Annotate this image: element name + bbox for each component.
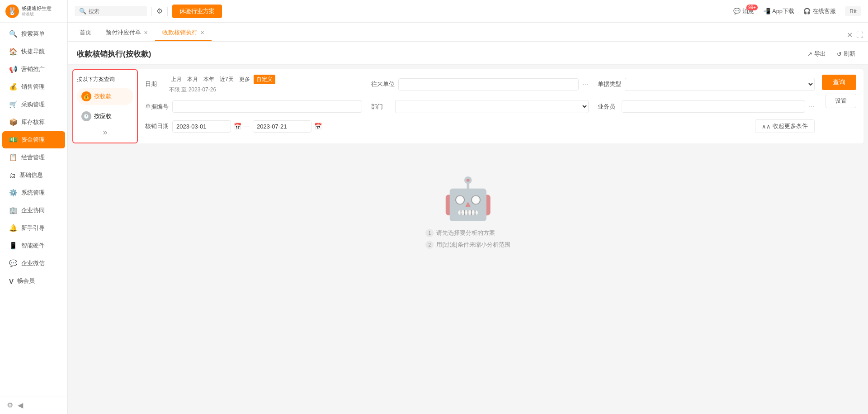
filter-sidebar-collapse-btn[interactable]: » (77, 128, 133, 137)
tab-collection[interactable]: 收款核销执行 ✕ (155, 25, 212, 41)
close-tab-icon[interactable]: ✕ (847, 31, 853, 39)
date-tab-this-year[interactable]: 本年 (202, 75, 216, 84)
tab-collection-label: 收款核销执行 (162, 29, 198, 37)
message-button[interactable]: 💬 消息 99+ (733, 7, 754, 15)
tab-prepay-label: 预付冲应付单 (106, 29, 141, 37)
sidebar-item-member[interactable]: V 畅会员 (2, 272, 65, 290)
filter-option-by-receivable[interactable]: 🕐 按应收 (77, 108, 133, 125)
filter-date-row: 日期 上月 本月 本年 近7天 更多 自定义 不限 至 2023-07-26 (145, 75, 362, 94)
sidebar-item-smart[interactable]: 📱 智能硬件 (2, 237, 65, 254)
sidebar-item-basic[interactable]: 🗂 基础信息 (2, 167, 65, 184)
sidebar-item-label: 库存核算 (21, 118, 45, 126)
verifydate-end-input[interactable] (253, 120, 311, 133)
sidebar-item-label: 资金管理 (21, 136, 45, 144)
sales-dots[interactable]: ··· (809, 103, 815, 111)
collapse-more-button[interactable]: ∧∧ 收起更多条件 (755, 119, 815, 133)
sidebar-menu: 🔍 搜索菜单 🏠 快捷导航 📢 营销推广 💰 销售管理 🛒 采购管理 📦 库存核… (0, 23, 67, 396)
dept-select[interactable] (395, 100, 588, 113)
tab-prepay[interactable]: 预付冲应付单 ✕ (99, 25, 155, 41)
verifydate-label: 核销日期 (145, 122, 169, 130)
sidebar-item-label: 采购管理 (21, 100, 45, 109)
counterparty-input[interactable] (398, 78, 579, 90)
counterparty-dots[interactable]: ··· (582, 80, 588, 88)
sidebar-item-label: 畅会员 (17, 277, 35, 285)
content-area: 收款核销执行(按收款) ↗ 导出 ↺ 刷新 按以下方案查询 💰 按收款 (68, 42, 868, 414)
sidebar-item-quick-nav[interactable]: 🏠 快捷导航 (2, 43, 65, 60)
hint-item-1: 1 请先选择要分析的方案 (425, 227, 510, 239)
system-icon: ⚙️ (9, 189, 18, 197)
calendar-end-icon[interactable]: 📅 (314, 123, 322, 130)
sidebar-item-system[interactable]: ⚙️ 系统管理 (2, 184, 65, 201)
topbar-gear-icon[interactable]: ⚙ (156, 7, 163, 15)
online-service-button[interactable]: 🎧 在线客服 (803, 7, 836, 15)
ops-icon: 📋 (9, 153, 18, 162)
verifydate-start-input[interactable] (172, 120, 231, 133)
sidebar-item-collab[interactable]: 🏢 企业协同 (2, 202, 65, 219)
logo-text-area: 畅捷通好生意 标准版 (22, 5, 52, 17)
date-tab-custom[interactable]: 自定义 (254, 75, 275, 84)
filter-verifydate-row: 核销日期 📅 — 📅 (145, 119, 362, 133)
refresh-button[interactable]: ↺ 刷新 (833, 48, 859, 60)
settings-icon[interactable]: ⚙ (7, 401, 13, 409)
calendar-start-icon[interactable]: 📅 (234, 123, 241, 130)
tab-prepay-close-icon[interactable]: ✕ (144, 30, 148, 36)
sidebar-item-label: 经营管理 (21, 153, 45, 162)
member-icon: V (9, 277, 14, 285)
date-tab-more[interactable]: 更多 (237, 75, 252, 84)
settings-button[interactable]: 设置 (826, 94, 856, 108)
query-column: 查询 设置 (822, 69, 863, 143)
search-bar[interactable]: 🔍 (75, 6, 147, 16)
purchase-icon: 🛒 (9, 100, 18, 109)
tab-home-label: 首页 (80, 29, 91, 37)
user-avatar[interactable]: Rit (845, 6, 861, 16)
app-download-button[interactable]: 📲 App下载 (763, 7, 794, 15)
sales-icon: 💰 (9, 83, 18, 91)
sidebar-item-sales[interactable]: 💰 销售管理 (2, 78, 65, 95)
sidebar-item-wechat[interactable]: 💬 企业微信 (2, 255, 65, 272)
search-input[interactable] (89, 8, 134, 14)
tabbar-actions: ✕ ⛶ (847, 31, 863, 41)
date-tab-last-month[interactable]: 上月 (169, 75, 184, 84)
collapse-sidebar-icon[interactable]: ◀ (18, 401, 23, 409)
export-button[interactable]: ↗ 导出 (804, 48, 830, 60)
search-icon: 🔍 (79, 8, 86, 14)
empty-hints: 1 请先选择要分析的方案 2 用[过滤]条件来缩小分析范围 (425, 227, 510, 251)
expand-tab-icon[interactable]: ⛶ (856, 31, 863, 39)
sidebar-item-purchase[interactable]: 🛒 采购管理 (2, 96, 65, 113)
logo-name: 畅捷通好生意 (22, 5, 52, 11)
tab-collection-close-icon[interactable]: ✕ (200, 30, 204, 36)
tab-home[interactable]: 首页 (72, 25, 99, 41)
date-tab-7days[interactable]: 近7天 (218, 75, 236, 84)
hint-num-1: 1 (425, 229, 434, 237)
sales-label: 业务员 (598, 103, 618, 111)
billno-input[interactable] (172, 100, 362, 113)
topbar-divider (151, 7, 152, 16)
topbar: 🔍 ⚙ 休验行业方案 💬 消息 99+ 📲 App下载 🎧 在线客服 Rit (68, 0, 868, 23)
sidebar-item-marketing[interactable]: 📢 营销推广 (2, 61, 65, 78)
sidebar-item-finance[interactable]: 💵 资金管理 (2, 131, 65, 148)
topbar-right: 💬 消息 99+ 📲 App下载 🎧 在线客服 Rit (733, 6, 861, 16)
page-title: 收款核销执行(按收款) (77, 49, 151, 59)
query-button[interactable]: 查询 (822, 75, 856, 90)
sidebar-item-search-menu[interactable]: 🔍 搜索菜单 (2, 25, 65, 43)
filter-option-by-receipt[interactable]: 💰 按收款 (77, 88, 133, 105)
guide-icon: 🔔 (9, 224, 18, 232)
page-header: 收款核销执行(按收款) ↗ 导出 ↺ 刷新 (68, 42, 868, 65)
date-tab-this-month[interactable]: 本月 (185, 75, 200, 84)
date-label: 日期 (145, 80, 165, 88)
app-label: App下载 (772, 7, 794, 15)
sales-input[interactable] (622, 100, 805, 113)
sidebar-item-label: 新手引导 (21, 224, 45, 232)
filter-counterparty-row: 往来单位 ··· (371, 75, 588, 94)
marketing-icon: 📢 (9, 65, 18, 73)
sidebar-item-label: 系统管理 (21, 189, 45, 197)
solution-button[interactable]: 休验行业方案 (172, 5, 222, 18)
sidebar-item-guide[interactable]: 🔔 新手引导 (2, 219, 65, 237)
tabbar: 首页 预付冲应付单 ✕ 收款核销执行 ✕ ✕ ⛶ (68, 23, 868, 42)
export-icon: ↗ (807, 51, 812, 57)
sidebar-item-ops[interactable]: 📋 经营管理 (2, 149, 65, 166)
sidebar-item-inventory[interactable]: 📦 库存核算 (2, 114, 65, 131)
date-sub-label: 不限 至 2023-07-26 (169, 86, 275, 94)
billtype-select[interactable] (625, 78, 815, 91)
receivable-option-label: 按应收 (94, 112, 112, 120)
